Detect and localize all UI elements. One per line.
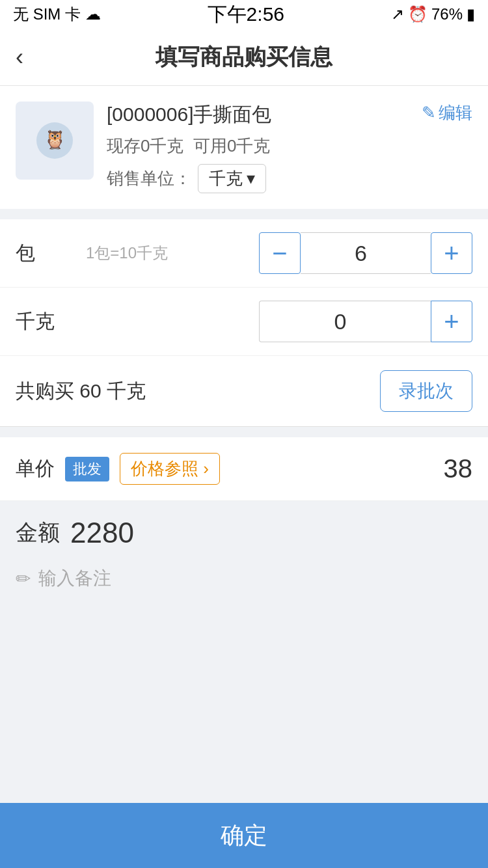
status-bar: 无 SIM 卡 ☁ 下午2:56 ↗ ⏰ 76% ▮ — [0, 0, 488, 29]
confirm-bar[interactable]: 确定 — [0, 803, 488, 868]
kg-controls: + — [259, 301, 472, 342]
pack-plus-button[interactable]: + — [431, 232, 472, 274]
pack-minus-button[interactable]: − — [259, 232, 301, 274]
total-text: 共购买 60 千克 — [16, 378, 146, 405]
total-row: 共购买 60 千克 录批次 — [0, 356, 488, 427]
section-divider — [0, 427, 488, 437]
product-unit: 销售单位： 千克 ▾ — [107, 164, 472, 193]
nav-bar: ‹ 填写商品购买信息 — [0, 29, 488, 86]
status-right: ↗ ⏰ 76% ▮ — [391, 5, 475, 23]
chevron-down-icon: ▾ — [247, 169, 255, 189]
price-reference-button[interactable]: 价格参照 › — [120, 453, 220, 485]
product-logo-icon: 🦉 — [35, 121, 74, 160]
remark-placeholder: 输入备注 — [38, 566, 111, 591]
main-content: 🦉 [0000006]手撕面包 现存0千克 可用0千克 销售单位： 千克 ▾ ✎… — [0, 86, 488, 669]
kg-label: 千克 — [16, 308, 81, 335]
back-button[interactable]: ‹ — [16, 44, 23, 71]
amount-row: 金额 2280 — [16, 517, 472, 549]
amount-value: 2280 — [70, 517, 134, 549]
kg-plus-button[interactable]: + — [431, 301, 472, 342]
status-left: 无 SIM 卡 ☁ — [13, 4, 101, 25]
pack-controls: − + — [259, 232, 472, 274]
pack-quantity-input[interactable] — [301, 232, 431, 274]
amount-section: 金额 2280 ✏ 输入备注 — [0, 501, 488, 604]
price-value: 38 — [444, 454, 473, 483]
battery-label: 76% — [431, 5, 463, 23]
pack-label: 包 — [16, 240, 81, 267]
edit-button[interactable]: ✎ 编辑 — [422, 102, 472, 124]
product-section: 🦉 [0000006]手撕面包 现存0千克 可用0千克 销售单位： 千克 ▾ ✎… — [0, 86, 488, 209]
pack-row: 包 1包=10千克 − + — [0, 219, 488, 288]
product-name: [0000006]手撕面包 — [107, 102, 472, 128]
pack-hint: 1包=10千克 — [86, 243, 259, 264]
confirm-button-label: 确定 — [221, 820, 267, 852]
kg-quantity-input[interactable] — [259, 301, 431, 342]
pencil-icon: ✏ — [16, 568, 31, 590]
price-type-tag: 批发 — [65, 457, 109, 481]
amount-label: 金额 — [16, 518, 60, 548]
status-time: 下午2:56 — [208, 1, 284, 28]
edit-icon: ✎ — [422, 103, 436, 123]
page-title: 填写商品购买信息 — [156, 42, 332, 72]
product-image: 🦉 — [16, 102, 94, 180]
battery-icon: ▮ — [467, 5, 475, 23]
unit-select[interactable]: 千克 ▾ — [198, 164, 266, 193]
record-batch-button[interactable]: 录批次 — [380, 370, 472, 412]
kg-row: 千克 + — [0, 288, 488, 356]
price-label: 单价 — [16, 455, 55, 482]
location-icon: ↗ — [391, 5, 404, 23]
product-info: [0000006]手撕面包 现存0千克 可用0千克 销售单位： 千克 ▾ — [107, 102, 472, 193]
sim-label: 无 SIM 卡 ☁ — [13, 4, 101, 25]
alarm-icon: ⏰ — [408, 5, 427, 23]
pack-input-section: 包 1包=10千克 − + 千克 + — [0, 219, 488, 356]
svg-text:🦉: 🦉 — [44, 129, 66, 150]
price-section: 单价 批发 价格参照 › 38 — [0, 437, 488, 501]
product-stock: 现存0千克 可用0千克 — [107, 135, 472, 157]
remark-row[interactable]: ✏ 输入备注 — [16, 560, 472, 597]
